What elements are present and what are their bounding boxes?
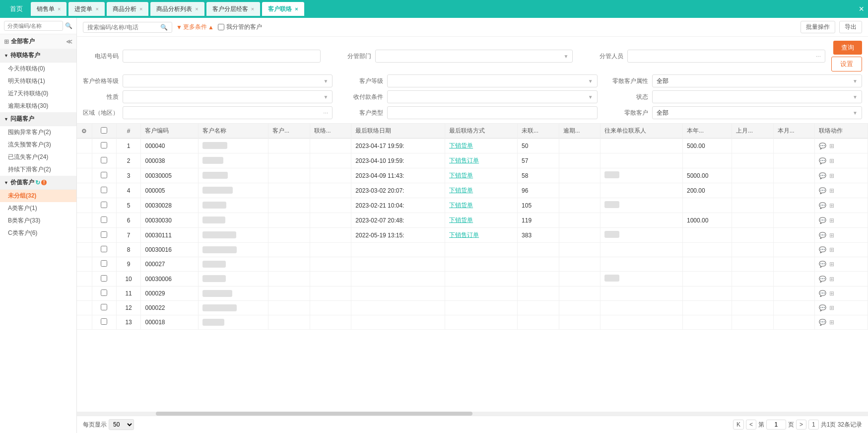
- select-all-checkbox[interactable]: [101, 127, 107, 134]
- sidebar-search-icon[interactable]: 🔍: [65, 22, 72, 29]
- export-button[interactable]: 导出: [839, 21, 862, 33]
- row-checkbox[interactable]: [101, 246, 107, 252]
- sidebar-item-class-b[interactable]: B类客户(33): [0, 215, 76, 227]
- close-segment-tab[interactable]: ×: [251, 6, 254, 12]
- query-button[interactable]: 查询: [833, 41, 862, 55]
- tab-customer-segment[interactable]: 客户分层经客 ×: [206, 2, 260, 16]
- chat-icon[interactable]: 💬: [819, 202, 826, 209]
- home-tab[interactable]: 首页: [4, 0, 29, 18]
- chat-icon[interactable]: 💬: [819, 187, 826, 194]
- row-checkbox[interactable]: [101, 172, 107, 178]
- filter-search-icon[interactable]: 🔍: [160, 24, 168, 31]
- level-input[interactable]: ▼: [387, 74, 597, 87]
- filter-search-input[interactable]: [87, 24, 160, 31]
- grid-action-icon[interactable]: ⊞: [829, 246, 834, 253]
- grid-action-icon[interactable]: ⊞: [829, 157, 834, 164]
- retail-input[interactable]: 全部 ▼: [652, 106, 862, 119]
- my-customers-checkbox[interactable]: [218, 24, 224, 30]
- page-number-input[interactable]: [766, 420, 786, 430]
- sidebar-item-abnormal[interactable]: 囤购异常客户(2): [0, 126, 76, 139]
- chat-icon[interactable]: 💬: [819, 232, 826, 239]
- row-checkbox-cell[interactable]: [92, 153, 116, 168]
- close-analysis-list-tab[interactable]: ×: [195, 6, 198, 12]
- scrollbar-thumb[interactable]: [156, 412, 472, 416]
- row-checkbox[interactable]: [101, 289, 107, 296]
- reset-button[interactable]: 设置: [831, 57, 862, 72]
- sidebar-item-declining[interactable]: 持续下滑客户(2): [0, 163, 76, 176]
- refresh-icon[interactable]: ↻: [35, 179, 40, 186]
- prev-page-btn[interactable]: <: [746, 420, 756, 430]
- row-checkbox[interactable]: [101, 216, 107, 223]
- grid-action-icon[interactable]: ⊞: [829, 290, 834, 297]
- row-checkbox[interactable]: [101, 187, 107, 193]
- tab-purchase[interactable]: 进货单 ×: [68, 2, 104, 16]
- row-checkbox[interactable]: [101, 202, 107, 208]
- chat-icon[interactable]: 💬: [819, 261, 826, 268]
- grid-action-icon[interactable]: ⊞: [829, 143, 834, 149]
- problem-section-header[interactable]: ▼ 问题客户: [0, 112, 76, 126]
- th-checkbox[interactable]: [92, 124, 116, 139]
- chat-icon[interactable]: 💬: [819, 143, 826, 149]
- chat-icon[interactable]: 💬: [819, 319, 826, 326]
- grid-action-icon[interactable]: ⊞: [829, 319, 834, 326]
- row-checkbox-cell[interactable]: [92, 198, 116, 213]
- phone-input[interactable]: [123, 50, 321, 63]
- sidebar-item-overdue-pending[interactable]: 逾期未联络(30): [0, 100, 76, 112]
- chat-icon[interactable]: 💬: [819, 217, 826, 224]
- per-page-select[interactable]: 50 100 200: [109, 419, 134, 430]
- row-checkbox-cell[interactable]: [92, 301, 116, 315]
- grid-action-icon[interactable]: ⊞: [829, 217, 834, 224]
- tab-analysis-list[interactable]: 商品分析列表 ×: [150, 2, 204, 16]
- batch-op-button[interactable]: 批量操作: [801, 21, 835, 33]
- status-input[interactable]: ▼: [652, 90, 862, 103]
- last-page-btn[interactable]: 1: [808, 420, 819, 430]
- sidebar-item-churned[interactable]: 已流失客户(24): [0, 151, 76, 163]
- close-sales-tab[interactable]: ×: [58, 6, 61, 12]
- pay-input[interactable]: ▼: [387, 90, 597, 103]
- row-checkbox-cell[interactable]: [92, 257, 116, 272]
- pending-section-header[interactable]: ▼ 待联络客户: [0, 49, 76, 63]
- row-checkbox[interactable]: [101, 304, 107, 310]
- sidebar-item-class-c[interactable]: C类客户(6): [0, 227, 76, 239]
- row-checkbox-cell[interactable]: [92, 315, 116, 330]
- tab-sales[interactable]: 销售单 ×: [31, 2, 67, 16]
- row-checkbox[interactable]: [101, 157, 107, 163]
- grid-action-icon[interactable]: ⊞: [829, 172, 834, 179]
- row-checkbox-cell[interactable]: [92, 228, 116, 243]
- region-input[interactable]: ···: [123, 106, 333, 119]
- row-checkbox[interactable]: [101, 275, 107, 282]
- row-checkbox-cell[interactable]: [92, 183, 116, 198]
- row-checkbox-cell[interactable]: [92, 139, 116, 153]
- sidebar-item-today-pending[interactable]: 今天待联络(0): [0, 63, 76, 75]
- sidebar-search-input[interactable]: [4, 21, 63, 31]
- row-checkbox[interactable]: [101, 318, 107, 325]
- sidebar-item-ungrouped[interactable]: 未分组(32): [0, 190, 76, 202]
- next-page-btn[interactable]: >: [796, 420, 806, 430]
- close-all-btn[interactable]: ×: [859, 4, 864, 14]
- row-checkbox-cell[interactable]: [92, 272, 116, 287]
- sidebar-item-week-pending[interactable]: 近7天待联络(0): [0, 87, 76, 100]
- chat-icon[interactable]: 💬: [819, 290, 826, 297]
- sidebar-item-class-a[interactable]: A类客户(1): [0, 202, 76, 215]
- grid-action-icon[interactable]: ⊞: [829, 232, 834, 239]
- grid-action-icon[interactable]: ⊞: [829, 202, 834, 209]
- first-page-btn[interactable]: K: [733, 420, 744, 430]
- grid-action-icon[interactable]: ⊞: [829, 261, 834, 268]
- chat-icon[interactable]: 💬: [819, 304, 826, 311]
- th-config[interactable]: ⚙: [77, 124, 92, 139]
- row-checkbox[interactable]: [101, 231, 107, 238]
- close-contact-tab[interactable]: ×: [295, 6, 298, 12]
- row-checkbox[interactable]: [101, 142, 107, 148]
- all-customers-section[interactable]: ⊞ 全部客户 ≪: [0, 34, 76, 49]
- more-conditions-btn[interactable]: ▼ 更多条件 ▲: [176, 23, 214, 31]
- sidebar-item-tomorrow-pending[interactable]: 明天待联络(1): [0, 75, 76, 87]
- type-input[interactable]: [387, 106, 597, 119]
- retail-attr-input[interactable]: 全部 ▼: [652, 74, 862, 87]
- chat-icon[interactable]: 💬: [819, 172, 826, 179]
- chat-icon[interactable]: 💬: [819, 246, 826, 253]
- close-purchase-tab[interactable]: ×: [95, 6, 98, 12]
- tab-customer-contact[interactable]: 客户联络 ×: [262, 2, 304, 16]
- grid-action-icon[interactable]: ⊞: [829, 276, 834, 283]
- row-checkbox-cell[interactable]: [92, 243, 116, 257]
- price-input[interactable]: ▼: [123, 74, 333, 87]
